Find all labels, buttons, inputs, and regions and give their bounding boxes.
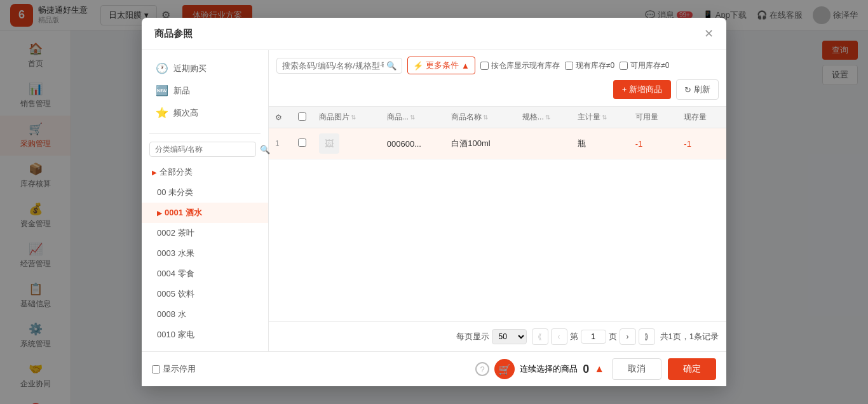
cat-fruit-label: 0003 水果 bbox=[157, 248, 194, 259]
available-stock-checkbox[interactable] bbox=[620, 62, 628, 70]
modal-close-icon[interactable]: ✕ bbox=[704, 27, 714, 41]
sort-icon-3: ⇅ bbox=[483, 114, 488, 121]
sort-icon-2: ⇅ bbox=[410, 114, 415, 121]
next-page-button[interactable]: › bbox=[620, 328, 636, 345]
row-checkbox[interactable] bbox=[298, 138, 306, 147]
row-spec-cell bbox=[516, 128, 572, 159]
cat-liquor-label: 0001 酒水 bbox=[165, 207, 202, 219]
product-search-input[interactable] bbox=[282, 61, 384, 71]
last-page-button[interactable]: ⟫ bbox=[639, 328, 655, 345]
th-product-code: 商品... ⇅ bbox=[381, 107, 445, 128]
cat-snack-label: 0004 零食 bbox=[157, 268, 194, 279]
th-stock: 现存量 bbox=[677, 107, 726, 128]
cat-beverage-label: 0005 饮料 bbox=[157, 288, 194, 300]
nonzero-stock-checkbox[interactable] bbox=[565, 62, 573, 70]
warehouse-stock-checkbox[interactable] bbox=[480, 62, 489, 70]
th-available: 可用量 bbox=[629, 107, 678, 128]
th-settings: ⚙ bbox=[269, 107, 292, 128]
modal-overlay: 商品参照 ✕ 🕐 近期购买 🆕 新品 ⭐ 频次高 bbox=[0, 0, 868, 404]
table-row[interactable]: 1 🖼 000600... bbox=[269, 128, 726, 159]
show-disabled-check[interactable]: 显示停用 bbox=[152, 363, 196, 375]
cat-uncategorized-label: 00 未分类 bbox=[157, 187, 193, 198]
cat-item-liquor[interactable]: ▶ 0001 酒水 bbox=[142, 203, 268, 223]
row-code-cell: 000600... bbox=[381, 128, 445, 159]
cat-item-fruit[interactable]: 0003 水果 bbox=[142, 243, 268, 264]
filter-icon: ⚡ bbox=[413, 61, 423, 71]
toolbar: 🔍 ⚡ 更多条件 ▲ 按仓库显示现有库存 现有库存≠0 bbox=[269, 50, 726, 107]
check-warehouse-stock[interactable]: 按仓库显示现有库存 bbox=[480, 60, 560, 71]
row-checkbox-cell bbox=[292, 128, 313, 159]
cat-item-tea[interactable]: 0002 茶叶 bbox=[142, 223, 268, 243]
show-disabled-checkbox[interactable] bbox=[152, 365, 160, 374]
row-num: 1 bbox=[269, 128, 292, 159]
category-search-input[interactable] bbox=[149, 142, 256, 157]
cat-item-uncategorized[interactable]: 00 未分类 bbox=[142, 182, 268, 203]
quick-filter-frequent[interactable]: ⭐ 频次高 bbox=[149, 102, 261, 123]
select-all-checkbox[interactable] bbox=[298, 112, 306, 121]
search-icon[interactable]: 🔍 bbox=[386, 61, 397, 71]
quick-filter-recent[interactable]: 🕐 近期购买 bbox=[149, 58, 261, 79]
cat-water-label: 0008 水 bbox=[157, 309, 186, 320]
table-settings-icon[interactable]: ⚙ bbox=[275, 113, 282, 122]
quick-filter-frequent-label: 频次高 bbox=[173, 107, 198, 119]
row-img-cell: 🖼 bbox=[313, 128, 381, 159]
first-page-button[interactable]: ⟪ bbox=[532, 328, 548, 345]
cancel-button[interactable]: 取消 bbox=[612, 358, 661, 380]
category-search-icon[interactable]: 🔍 bbox=[260, 145, 270, 154]
th-checkbox bbox=[292, 107, 313, 128]
quick-filters: 🕐 近期购买 🆕 新品 ⭐ 频次高 bbox=[142, 58, 268, 123]
th-unit: 主计量 ⇅ bbox=[571, 107, 628, 128]
cart-count: 0 bbox=[583, 363, 589, 376]
product-reference-modal: 商品参照 ✕ 🕐 近期购买 🆕 新品 ⭐ 频次高 bbox=[142, 18, 726, 386]
prev-page-button[interactable]: ‹ bbox=[551, 328, 567, 345]
product-unit: 瓶 bbox=[578, 138, 586, 148]
check-nonzero-label: 现有库存≠0 bbox=[576, 60, 614, 71]
footer-buttons: 取消 确定 bbox=[612, 358, 716, 380]
th-product-img: 商品图片 ⇅ bbox=[313, 107, 381, 128]
row-name-cell: 白酒100ml bbox=[445, 128, 515, 159]
help-icon[interactable]: ? bbox=[475, 362, 489, 376]
product-code: 000600... bbox=[387, 139, 421, 149]
check-warehouse-label: 按仓库显示现有库存 bbox=[491, 60, 560, 71]
page-size-select: 每页显示 10 20 50 100 bbox=[456, 329, 527, 344]
footer-mid: ? 🛒 连续选择的商品 0 ▲ bbox=[475, 359, 604, 379]
divider bbox=[149, 133, 261, 134]
product-table-wrap: ⚙ 商品图片 ⇅ bbox=[269, 107, 726, 321]
th-spec: 规格... ⇅ bbox=[516, 107, 572, 128]
continuous-select-label: 连续选择的商品 bbox=[520, 363, 578, 375]
page-size-dropdown[interactable]: 10 20 50 100 bbox=[492, 329, 527, 344]
category-search-area: 🔍 bbox=[142, 139, 268, 162]
toolbar-right: + 新增商品 ↻ 刷新 bbox=[613, 79, 719, 100]
table-header-row: ⚙ 商品图片 ⇅ bbox=[269, 107, 726, 128]
page-label: 第 bbox=[570, 331, 578, 342]
add-product-button[interactable]: + 新增商品 bbox=[613, 80, 671, 99]
th-name-label: 商品名称 bbox=[451, 112, 482, 123]
cat-item-snack[interactable]: 0004 零食 bbox=[142, 264, 268, 284]
show-disabled-label: 显示停用 bbox=[163, 363, 196, 375]
cat-item-appliances[interactable]: 0010 家电 bbox=[142, 325, 268, 344]
quick-filter-new[interactable]: 🆕 新品 bbox=[149, 80, 261, 101]
cat-item-water[interactable]: 0008 水 bbox=[142, 304, 268, 325]
page-size-label: 每页显示 bbox=[456, 331, 489, 342]
category-list: ▶ 全部分类 00 未分类 ▶ 0001 酒水 0002 茶叶 0003 水果 bbox=[142, 162, 268, 344]
product-table: ⚙ 商品图片 ⇅ bbox=[269, 107, 726, 159]
refresh-button[interactable]: ↻ 刷新 bbox=[676, 79, 719, 100]
image-placeholder-icon: 🖼 bbox=[325, 138, 334, 149]
th-unit-label: 主计量 bbox=[578, 112, 600, 123]
modal-body: 🕐 近期购买 🆕 新品 ⭐ 频次高 🔍 bbox=[142, 50, 726, 351]
th-stock-label: 现存量 bbox=[684, 112, 707, 121]
recent-purchase-icon: 🕐 bbox=[156, 62, 168, 74]
confirm-button[interactable]: 确定 bbox=[668, 358, 716, 380]
sort-icon-4: ⇅ bbox=[545, 114, 550, 121]
quick-filter-recent-label: 近期购买 bbox=[173, 63, 207, 74]
new-product-icon: 🆕 bbox=[156, 84, 168, 97]
th-code-label: 商品... bbox=[387, 112, 409, 123]
cat-item-beverage[interactable]: 0005 饮料 bbox=[142, 284, 268, 304]
collapse-up-icon[interactable]: ▲ bbox=[594, 363, 604, 375]
check-nonzero-stock[interactable]: 现有库存≠0 bbox=[565, 60, 614, 71]
check-available-stock[interactable]: 可用库存≠0 bbox=[620, 60, 669, 71]
cat-item-all[interactable]: ▶ 全部分类 bbox=[142, 162, 268, 182]
page-number-input[interactable] bbox=[581, 330, 606, 344]
page-nav: ⟪ ‹ 第 页 › ⟫ bbox=[532, 328, 655, 345]
more-filter-button[interactable]: ⚡ 更多条件 ▲ bbox=[407, 57, 475, 74]
